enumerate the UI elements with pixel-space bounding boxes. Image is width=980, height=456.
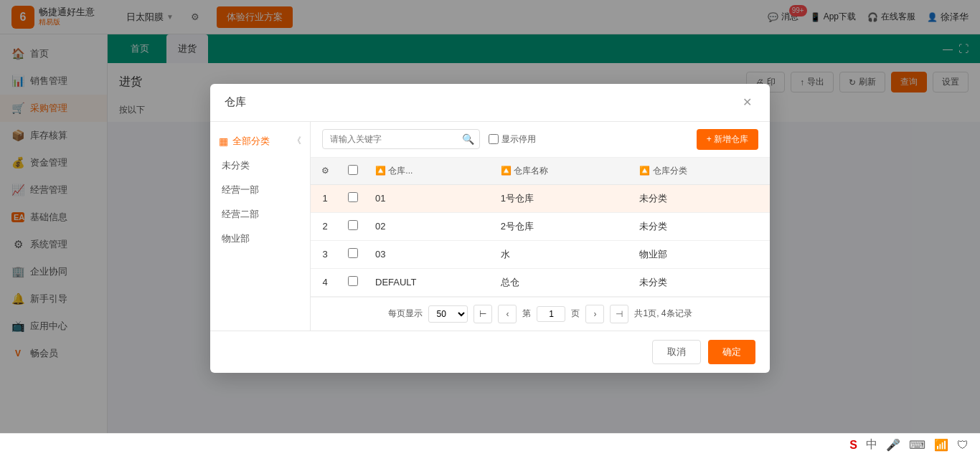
- chinese-input-icon: 中: [866, 437, 877, 452]
- col-code: 🔼 仓库...: [367, 158, 492, 185]
- next-page-button[interactable]: ›: [585, 305, 604, 323]
- prev-page-button[interactable]: ‹: [498, 305, 517, 323]
- page-label: 第: [522, 308, 531, 320]
- shield-icon: 🛡: [957, 439, 969, 452]
- row-name-4: 总仓: [492, 268, 631, 296]
- table-row[interactable]: 1 01 1号仓库 未分类: [311, 184, 770, 212]
- modal-title: 仓库: [225, 95, 246, 109]
- row-name-2: 2号仓库: [492, 212, 631, 240]
- page-suffix: 页: [571, 308, 580, 320]
- row-checkbox-2[interactable]: [339, 212, 367, 240]
- cancel-button[interactable]: 取消: [652, 340, 701, 364]
- row-checkbox-4[interactable]: [339, 268, 367, 296]
- cat-item-unclassified[interactable]: 未分类: [210, 153, 310, 178]
- per-page-label: 每页显示: [388, 308, 423, 320]
- warehouse-modal: 仓库 ✕ ▦ 全部分类 《 未分类 经营一部 经营二部: [210, 84, 770, 373]
- row-code-4: DEFAULT: [367, 268, 492, 296]
- modal-overlay: 仓库 ✕ ▦ 全部分类 《 未分类 经营一部 经营二部: [0, 0, 980, 456]
- search-icon[interactable]: 🔍: [462, 133, 474, 145]
- per-page-select[interactable]: 50 10 20 100: [428, 305, 468, 323]
- wifi-icon: 📶: [934, 438, 948, 452]
- show-disabled-label[interactable]: 显示停用: [489, 133, 536, 146]
- last-page-button[interactable]: ⊣: [610, 305, 628, 323]
- search-wrap: 🔍: [322, 129, 480, 149]
- table-header-row: ⚙ 🔼 仓库... 🔼 仓库名称: [311, 158, 770, 185]
- row-category-2: 未分类: [631, 212, 770, 240]
- table-row[interactable]: 2 02 2号仓库 未分类: [311, 212, 770, 240]
- total-info: 共1页, 4条记录: [634, 308, 692, 320]
- cat-item-ops1[interactable]: 经营一部: [210, 178, 310, 202]
- cat-item-ops2[interactable]: 经营二部: [210, 202, 310, 227]
- modal-main: 🔍 显示停用 + 新增仓库 ⚙: [311, 122, 770, 331]
- row-num-1: 1: [311, 184, 339, 212]
- row-code-3: 03: [367, 240, 492, 268]
- mic-icon: 🎤: [886, 438, 900, 452]
- row-num-4: 4: [311, 268, 339, 296]
- row-category-4: 未分类: [631, 268, 770, 296]
- sougou-icon: S: [849, 439, 857, 452]
- search-input[interactable]: [322, 129, 480, 149]
- first-page-button[interactable]: ⊢: [473, 305, 492, 323]
- close-icon[interactable]: ✕: [738, 94, 755, 111]
- category-sidebar: ▦ 全部分类 《 未分类 经营一部 经营二部 物业部: [210, 122, 311, 331]
- all-categories-label: 全部分类: [232, 135, 270, 148]
- collapse-icon[interactable]: 《: [293, 135, 301, 147]
- keyboard-icon: ⌨: [909, 438, 925, 452]
- col-name: 🔼 仓库名称: [492, 158, 631, 185]
- table-row[interactable]: 4 DEFAULT 总仓 未分类: [311, 268, 770, 296]
- modal-footer: 取消 确定: [210, 331, 770, 373]
- col-gear: ⚙: [311, 158, 339, 185]
- grid-icon: ▦: [219, 136, 228, 147]
- warehouse-table: ⚙ 🔼 仓库... 🔼 仓库名称: [311, 158, 770, 297]
- row-category-3: 物业部: [631, 240, 770, 268]
- row-checkbox-1[interactable]: [339, 184, 367, 212]
- col-checkbox: [339, 158, 367, 185]
- select-all-checkbox[interactable]: [348, 165, 358, 175]
- row-checkbox-3[interactable]: [339, 240, 367, 268]
- row-code-2: 02: [367, 212, 492, 240]
- pagination: 每页显示 50 10 20 100 ⊢ ‹ 第 页 › ⊣ 共1页, 4条记录: [311, 297, 770, 331]
- table-body: 1 01 1号仓库 未分类 2 02 2号仓库: [311, 184, 770, 296]
- show-disabled-checkbox[interactable]: [489, 134, 499, 144]
- all-categories-item[interactable]: ▦ 全部分类 《: [210, 129, 310, 153]
- modal-header: 仓库 ✕: [210, 84, 770, 122]
- modal-toolbar: 🔍 显示停用 + 新增仓库: [311, 122, 770, 158]
- modal-body: ▦ 全部分类 《 未分类 经营一部 经营二部 物业部: [210, 122, 770, 331]
- row-name-1: 1号仓库: [492, 184, 631, 212]
- gear-icon: ⚙: [321, 166, 329, 176]
- table-container: ⚙ 🔼 仓库... 🔼 仓库名称: [311, 158, 770, 297]
- page-number-input[interactable]: [537, 306, 565, 322]
- row-code-1: 01: [367, 184, 492, 212]
- row-category-1: 未分类: [631, 184, 770, 212]
- row-num-3: 3: [311, 240, 339, 268]
- row-num-2: 2: [311, 212, 339, 240]
- status-bar: S 中 🎤 ⌨ 📶 🛡: [0, 433, 980, 456]
- add-warehouse-button[interactable]: + 新增仓库: [697, 129, 758, 150]
- row-name-3: 水: [492, 240, 631, 268]
- col-category: 🔼 仓库分类: [631, 158, 770, 185]
- confirm-button[interactable]: 确定: [708, 340, 755, 364]
- table-row[interactable]: 3 03 水 物业部: [311, 240, 770, 268]
- cat-item-property[interactable]: 物业部: [210, 227, 310, 251]
